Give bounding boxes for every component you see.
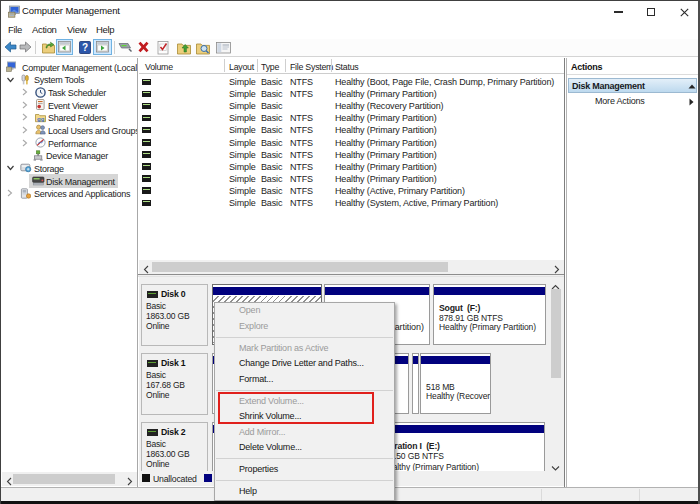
svg-text:gg: gg — [37, 115, 45, 121]
svg-text:?: ? — [82, 42, 88, 53]
